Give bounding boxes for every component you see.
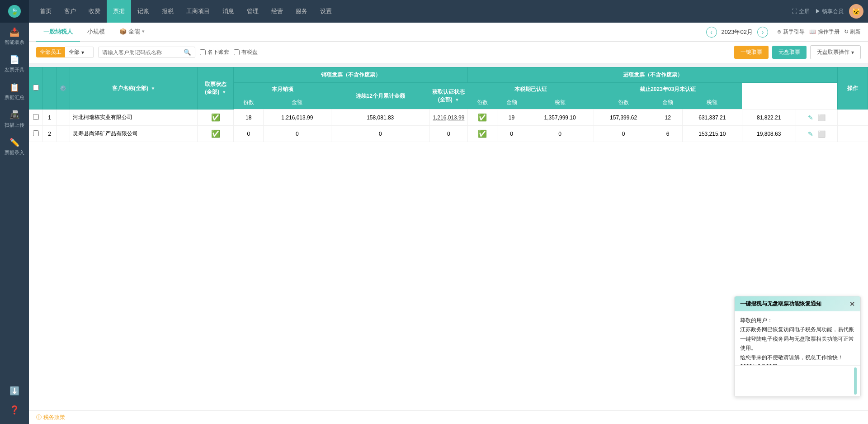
checkbox-account-label[interactable]: 名下账套 [200,48,229,56]
svg-text:🍃: 🍃 [11,8,19,15]
row-customer-name: 河北柯瑞栋实业有限公司 [70,110,198,126]
th-purchase-invoice-group: 进项发票（不含作废票） [467,67,837,83]
period-next-button[interactable]: › [757,27,768,38]
new-guide-button[interactable]: ⊕ 新手引导 [777,28,805,36]
row-purchase-tax: 157,399.62 [594,110,653,126]
tax-policy-icon: ⓘ [36,414,42,421]
period-prev-button[interactable]: ‹ [706,27,717,38]
row-cumulative[interactable]: 1,216,013.99 [429,110,467,126]
toolbar-right: 一键取票 无盘取票 无盘取票操作 ▾ [734,45,861,59]
th-action: 操作 [838,67,868,110]
tax-policy-link[interactable]: 税务政策 [43,414,65,421]
nav-settings[interactable]: 设置 [314,0,338,23]
ops-chevron-icon: ▾ [851,49,854,56]
nav-customer[interactable]: 客户 [58,0,82,23]
row-copy-button[interactable]: ⬜ [818,114,826,121]
period-navigation: ‹ 2023年02月 › [706,27,768,38]
row-checkbox[interactable] [29,126,43,142]
th-until-uncertified: 截止2023年03月未认证 [594,83,742,96]
issue-invoice-icon: 📄 [9,55,19,65]
nav-bookkeeping[interactable]: 记账 [131,0,156,23]
nav-tax[interactable]: 报税 [156,0,180,23]
refresh-button[interactable]: ↻ 刷新 [844,28,861,36]
sidebar-item-scan-upload[interactable]: 📠 扫描上传 [0,105,29,133]
row-fetch-status: ✅ [198,110,234,126]
row-uncert-amount: 153,215.10 [683,126,742,142]
row-cumulative: 0 [429,126,467,142]
invoice-summary-icon: 📋 [9,82,19,92]
nav-service[interactable]: 服务 [289,0,314,23]
sidebar-item-data-entry-label: 票据录入 [5,149,24,156]
row-purchase-amount: 1,357,999.10 [526,110,594,126]
search-button[interactable]: 🔍 [180,47,195,57]
no-disk-ops-button[interactable]: 无盘取票操作 ▾ [810,45,861,59]
sidebar-item-issue-invoice[interactable]: 📄 发票开具 [0,50,29,78]
checkbox-account[interactable] [200,49,206,55]
select-all-checkbox[interactable] [33,85,39,91]
row-sales-amount: 1,216,013.99 [264,110,331,126]
fullscreen-button[interactable]: ⛶ 全屏 [792,8,809,15]
row-uncert-amount: 631,337.21 [683,110,742,126]
th-cumulative: 连续12个月累计金额 [331,83,429,110]
no-disk-fetch-button[interactable]: 无盘取票 [772,46,807,59]
row-purchase-count: 19 [497,110,526,126]
th-purchase-tax: 税额 [526,96,594,110]
search-input[interactable] [99,48,180,57]
row-uncert-tax: 19,808.63 [742,126,796,142]
nav-billing[interactable]: 收费 [82,0,107,23]
user-avatar[interactable]: 🐱 [849,4,863,19]
nav-home[interactable]: 首页 [33,0,58,23]
th-this-period-certified: 本税期已认证 [467,83,594,96]
sidebar-item-data-entry[interactable]: ✏️ 票据录入 [0,133,29,161]
row-edit-button[interactable]: ✎ [808,130,813,138]
help-icon: ❓ [9,405,19,415]
notification-header: 一键报税与无盘取票功能恢复通知 ✕ [735,296,860,311]
sidebar-item-smart-fetch[interactable]: 📥 智能取票 [0,23,29,50]
th-fetch-status: 取票状态(全部) ▼ [198,67,234,110]
row-checkbox[interactable] [29,110,43,126]
top-navigation: 首页 客户 收费 票据 记账 报税 工商项目 消息 管理 经营 服务 设置 ⛶ … [29,0,868,23]
nav-business[interactable]: 工商项目 [180,0,216,23]
row-cert-status: ✅ [467,110,497,126]
nav-operation[interactable]: 经营 [265,0,289,23]
th-uncert-count: 份数 [594,96,653,110]
th-sales-count: 份数 [234,96,264,110]
nav-management[interactable]: 管理 [241,0,265,23]
all-cabinet-icon: 📦 [119,28,127,35]
subtab-small-scale[interactable]: 小规模 [80,23,112,42]
notification-title: 一键报税与无盘取票功能恢复通知 [740,300,821,308]
nav-message[interactable]: 消息 [216,0,241,23]
row-edit-button[interactable]: ✎ [808,114,813,121]
row-purchase-count: 0 [497,126,526,142]
th-purchase-count: 份数 [467,96,497,110]
one-click-fetch-button[interactable]: 一键取票 [734,46,769,59]
manual-button[interactable]: 📖 操作手册 [809,28,839,36]
th-sales-amount: 金额 [264,96,331,110]
row-purchase-tax: 0 [594,126,653,142]
sidebar-item-invoice-summary[interactable]: 📋 票据汇总 [0,78,29,105]
notification-popup: 一键报税与无盘取票功能恢复通知 ✕ 尊敬的用户： 江苏政务网已恢复访问电子税务局… [734,296,861,397]
invoice-table: ⚙️ 客户名称(全部) ▼ 取票状态(全部) ▼ 销项发票（不含作废票） 进项发… [29,67,868,142]
th-uncert-tax: 税额 [683,96,742,110]
sidebar-item-download[interactable]: ⬇️ [0,381,29,400]
member-button[interactable]: ▶ 畅享会员 [815,8,844,15]
period-display: 2023年02月 [722,28,753,36]
notification-text: 尊敬的用户： 江苏政务网已恢复访问电子税务局功能，易代账一键登陆电子税务局与无盘… [740,316,855,366]
dropdown-arrow-icon: ▾ [81,49,84,56]
checkbox-taxdisk-label[interactable]: 有税盘 [234,48,258,56]
subtab-all-cabinet[interactable]: 📦 全能 ▾ [112,23,152,42]
row-sales-count: 18 [234,110,264,126]
employee-dropdown[interactable]: 全部 ▾ [65,47,94,58]
topnav-right: ⛶ 全屏 ▶ 畅享会员 🐱 [792,4,863,19]
notification-body: 尊敬的用户： 江苏政务网已恢复访问电子税务局功能，易代账一键登陆电子税务局与无盘… [735,311,860,366]
subtab-general-taxpayer[interactable]: 一般纳税人 [36,23,80,42]
row-num: 1 [43,110,57,126]
nav-invoice[interactable]: 票据 [107,0,131,23]
sidebar-item-help[interactable]: ❓ [0,400,29,419]
th-monthly-sales: 本月销项 [234,83,331,96]
row-uncert-count: 6 [653,126,683,142]
row-copy-button[interactable]: ⬜ [818,130,826,138]
data-entry-icon: ✏️ [9,138,19,148]
notification-close-button[interactable]: ✕ [849,300,855,308]
checkbox-taxdisk[interactable] [234,49,240,55]
